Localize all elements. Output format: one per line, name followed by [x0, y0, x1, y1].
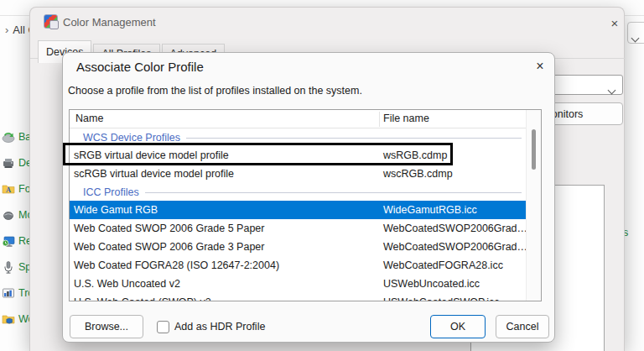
scrollbar-track[interactable] [526, 110, 541, 301]
control-panel-item-work-folders[interactable]: Wo [2, 310, 32, 328]
profile-row-fogra28[interactable]: Web Coated FOGRA28 (ISO 12647-2:2004) We… [70, 256, 527, 275]
chevron-down-icon [609, 81, 615, 97]
recovery-icon [2, 234, 15, 248]
column-header-name[interactable]: Name [75, 113, 103, 124]
add-hdr-profile-checkbox[interactable] [157, 321, 169, 333]
close-icon: × [536, 59, 543, 74]
profile-list-header: Name File name [70, 110, 541, 128]
add-hdr-profile-label[interactable]: Add as HDR Profile [174, 321, 265, 333]
control-panel-item-speech[interactable]: Spe [2, 258, 32, 276]
dialog-title: Associate Color Profile [76, 60, 204, 74]
control-panel-item-backup[interactable]: Bac [2, 128, 32, 146]
column-divider[interactable] [379, 112, 380, 127]
svg-text:A: A [6, 186, 12, 194]
backup-icon [2, 130, 15, 144]
profile-list: Name File name WCS Device Profiles sRGB … [69, 109, 542, 301]
associate-color-profile-dialog: Associate Color Profile × Choose a profi… [62, 52, 555, 343]
cancel-button[interactable]: Cancel [496, 315, 549, 338]
control-panel-item-list: Bac De A For Mo Rec Spe Tro Wo [2, 128, 32, 336]
fonts-icon: A [2, 182, 15, 196]
control-panel-item-troubleshooting[interactable]: Tro [2, 284, 32, 302]
background-dropdown[interactable] [627, 22, 644, 44]
group-header-label: WCS Device Profiles [83, 132, 180, 144]
control-panel-item-recovery[interactable]: Rec [2, 232, 32, 250]
close-icon: × [611, 16, 619, 30]
breadcrumb-chevron-icon: › [5, 24, 8, 36]
browse-button[interactable]: Browse... [70, 315, 143, 338]
troubleshooting-icon [2, 286, 15, 300]
group-header-icc: ICC Profiles [70, 183, 527, 201]
background-toolbar-divider [0, 15, 30, 16]
window-close-button[interactable]: × [603, 13, 626, 33]
color-management-app-icon [44, 14, 58, 29]
profile-row-scrgb[interactable]: scRGB virtual device model profile wscRG… [70, 165, 527, 183]
group-header-rule [186, 138, 522, 139]
profile-row-swop-grade3[interactable]: Web Coated SWOP 2006 Grade 3 Paper WebCo… [70, 238, 527, 256]
dialog-close-button[interactable]: × [529, 55, 551, 77]
column-header-file-name[interactable]: File name [383, 113, 429, 124]
profile-rows: WCS Device Profiles sRGB virtual device … [70, 128, 527, 301]
work-folders-icon [2, 312, 15, 326]
breadcrumb[interactable]: ›All C [5, 24, 30, 36]
profile-row-srgb[interactable]: sRGB virtual device model profile wsRGB.… [70, 146, 527, 165]
group-header-label: ICC Profiles [83, 186, 139, 198]
speech-icon [2, 260, 15, 274]
devices-icon [2, 156, 15, 170]
control-panel-item-fonts[interactable]: A For [2, 180, 32, 198]
chevron-down-icon [632, 29, 638, 45]
control-panel-item-mouse[interactable]: Mo [2, 206, 32, 224]
scrollbar-thumb[interactable] [532, 129, 536, 170]
mouse-icon [2, 208, 15, 222]
breadcrumb-label: All C [13, 24, 30, 36]
ok-button[interactable]: OK [430, 315, 486, 338]
dialog-instruction: Choose a profile from the list of profil… [68, 85, 362, 97]
window-title: Color Management [63, 16, 156, 29]
profile-row-swop-grade5[interactable]: Web Coated SWOP 2006 Grade 5 Paper WebCo… [70, 219, 527, 238]
profile-row-us-web-uncoated[interactable]: U.S. Web Uncoated v2 USWebUncoated.icc [70, 275, 527, 293]
group-header-wcs: WCS Device Profiles [70, 128, 527, 146]
group-header-rule [145, 192, 522, 193]
control-panel-item-devices[interactable]: De [2, 154, 32, 172]
background-toolbar-divider-right [625, 15, 644, 16]
profile-row-wide-gamut-rgb-selected[interactable]: Wide Gamut RGB WideGamutRGB.icc [70, 201, 527, 219]
profile-row-us-web-coated-clipped[interactable]: U.S. Web Coated (SWOP) v2 USWebCoatedSWO… [70, 293, 527, 301]
